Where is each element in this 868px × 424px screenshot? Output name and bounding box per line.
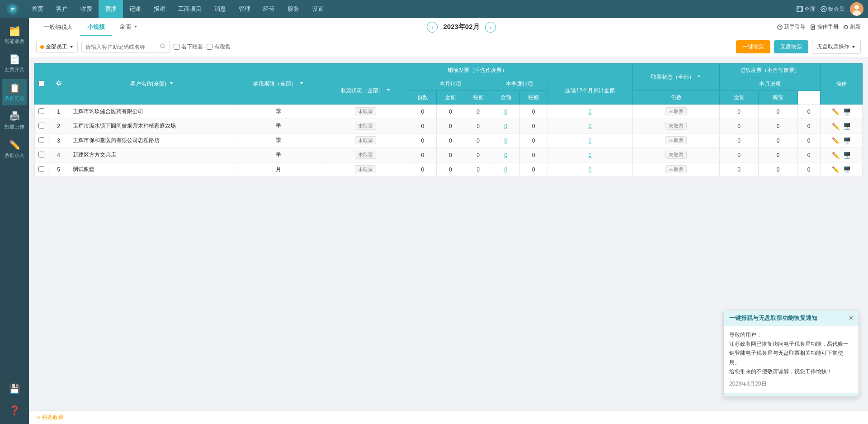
row-checkbox-3[interactable] [38, 152, 44, 157]
name-account-checkbox[interactable] [174, 44, 179, 50]
th-sales-quarter-tax: 税额 [519, 91, 547, 105]
edit-icon-1[interactable]: ✏️ [832, 123, 840, 130]
row-no: 5 [48, 162, 69, 177]
no-disk-ops-btn[interactable]: 无盘取票操作 [812, 40, 861, 54]
table-row: 4 新建区方方文具店 季 未取票 0 0 0 0 0 0 未取票 0 0 0 ✏… [35, 148, 863, 162]
row-actions: ✏️ 🖥️ [820, 133, 862, 148]
notification-popup: 一键报税与无盘取票功能恢复通知 × 尊敬的用户： 江苏政务网已恢复访问电子税务局… [723, 310, 859, 397]
nav-invoice[interactable]: 票据 [99, 0, 123, 18]
svg-point-2 [821, 6, 826, 12]
new-guide-btn[interactable]: ? 新手引导 [777, 23, 806, 31]
row-purchase-month-tax: 0 [797, 162, 820, 177]
employee-filter-select[interactable]: 全部员工 [36, 41, 78, 53]
nav-service[interactable]: 服务 [281, 0, 306, 18]
nav-customer[interactable]: 客户 [50, 0, 74, 18]
search-box [81, 41, 170, 53]
notification-scrollbar[interactable] [724, 393, 859, 396]
invoice-open-icon: 📄 [9, 54, 20, 65]
nav-settings[interactable]: 设置 [306, 0, 330, 18]
view-icon-3[interactable]: 🖥️ [843, 152, 851, 159]
notification-close-btn[interactable]: × [849, 314, 853, 322]
svg-marker-14 [170, 82, 173, 84]
svg-text:?: ? [779, 25, 781, 29]
row-checkbox-0[interactable] [38, 108, 44, 114]
th-purchase-month-tax: 税额 [759, 91, 797, 105]
row-checkbox-4[interactable] [38, 166, 44, 172]
nav-message[interactable]: 消息 [208, 0, 232, 18]
refresh-btn[interactable]: 刷新 [843, 23, 861, 31]
next-period-btn[interactable]: › [485, 22, 496, 33]
th-select-all [35, 64, 48, 105]
nav-manage[interactable]: 管理 [232, 0, 257, 18]
manual-btn[interactable]: 操作手册 [810, 23, 839, 31]
tax-policy-link[interactable]: ⊙ 税务政策 [36, 414, 64, 421]
no-disk-ticket-btn[interactable]: 无盘取票 [774, 40, 808, 53]
sidebar-item-invoice-open[interactable]: 📄 发票开具 [2, 50, 27, 77]
prev-period-btn[interactable]: ‹ [427, 22, 438, 33]
download-icon: 💾 [9, 383, 20, 394]
member-btn[interactable]: 畅会员 [821, 5, 844, 13]
edit-icon-0[interactable]: ✏️ [832, 108, 840, 115]
view-icon-2[interactable]: 🖥️ [843, 137, 851, 144]
row-no: 2 [48, 119, 69, 133]
nav-home[interactable]: 首页 [25, 0, 50, 18]
row-checkbox-2[interactable] [38, 137, 44, 143]
sidebar-item-help[interactable]: ❓ [2, 401, 27, 419]
row-sales-status: 未取票 [322, 148, 409, 162]
select-all-checkbox[interactable] [38, 81, 44, 86]
search-input[interactable] [85, 44, 158, 50]
row-sales-month-amount: 0 [437, 148, 464, 162]
th-quarter-sales: 本季度销项 [492, 77, 547, 91]
row-sales-month-count: 0 [409, 148, 436, 162]
sidebar: 🗂️ 智能取票 📄 发票开具 📋 票据汇总 🖨️ 扫描上传 ✏️ 票据录入 💾 … [0, 18, 29, 424]
scan-upload-icon: 🖨️ [9, 111, 20, 122]
edit-icon-3[interactable]: ✏️ [832, 152, 840, 159]
period-navigation: ‹ 2023年02月 › [146, 22, 777, 33]
nav-business[interactable]: 工商项目 [172, 0, 208, 18]
tab-all-capable[interactable]: 全能 [112, 18, 146, 36]
notification-header: 一键报税与无盘取票功能恢复通知 × [724, 310, 859, 326]
nav-tax[interactable]: 报税 [147, 0, 172, 18]
row-sales-quarter-amount: 0 [492, 133, 519, 148]
edit-icon-2[interactable]: ✏️ [832, 137, 840, 144]
sidebar-item-smart-ticket[interactable]: 🗂️ 智能取票 [2, 22, 27, 48]
row-customer: 新建区方方文具店 [69, 148, 235, 162]
view-icon-4[interactable]: 🖥️ [843, 166, 851, 173]
row-purchase-month-tax: 0 [797, 119, 820, 133]
tab-general-taxpayer[interactable]: 一般纳税人 [36, 18, 80, 36]
one-key-ticket-btn[interactable]: 一键取票 [736, 40, 770, 53]
invoice-summary-icon: 📋 [9, 82, 20, 93]
th-customer-name: 客户名称(全部) [69, 64, 235, 105]
sidebar-item-invoice-summary[interactable]: 📋 票据汇总 [2, 79, 27, 105]
svg-point-11 [160, 44, 164, 48]
row-purchase-month-amount: 0 [759, 105, 797, 119]
sidebar-item-scan-upload[interactable]: 🖨️ 扫描上传 [2, 107, 27, 134]
sidebar-item-download[interactable]: 💾 [2, 380, 27, 398]
svg-point-5 [853, 10, 861, 16]
edit-icon-4[interactable]: ✏️ [832, 166, 840, 173]
user-avatar[interactable] [850, 2, 863, 16]
tab-small-scale[interactable]: 小规模 [80, 18, 112, 36]
row-sales-month-amount: 0 [437, 105, 464, 119]
search-icon[interactable] [160, 43, 166, 51]
row-purchase-month-amount: 0 [759, 133, 797, 148]
row-period: 季 [235, 148, 322, 162]
sidebar-item-invoice-entry[interactable]: ✏️ 票据录入 [2, 136, 27, 162]
name-account-filter[interactable]: 名下账套 [174, 43, 203, 51]
row-sales-month-tax: 0 [464, 162, 492, 177]
th-month-sales: 本月销项 [409, 77, 492, 91]
fullscreen-btn[interactable]: 全屏 [797, 5, 815, 13]
row-customer: 测试账套 [69, 162, 235, 177]
table-row: 5 测试账套 月 未取票 0 0 0 0 0 0 未取票 0 0 0 ✏️ 🖥️ [35, 162, 863, 177]
row-sales-month-tax: 0 [464, 133, 492, 148]
row-sales-status: 未取票 [322, 105, 409, 119]
tax-disk-checkbox[interactable] [207, 44, 212, 50]
tax-disk-filter[interactable]: 有税盘 [207, 43, 231, 51]
nav-fee[interactable]: 收费 [74, 0, 99, 18]
nav-bookkeeping[interactable]: 记账 [123, 0, 147, 18]
view-icon-0[interactable]: 🖥️ [843, 108, 851, 115]
row-checkbox-1[interactable] [38, 123, 44, 129]
nav-operation[interactable]: 经营 [257, 0, 281, 18]
view-icon-1[interactable]: 🖥️ [843, 123, 851, 130]
row-checkbox-cell [35, 162, 48, 177]
